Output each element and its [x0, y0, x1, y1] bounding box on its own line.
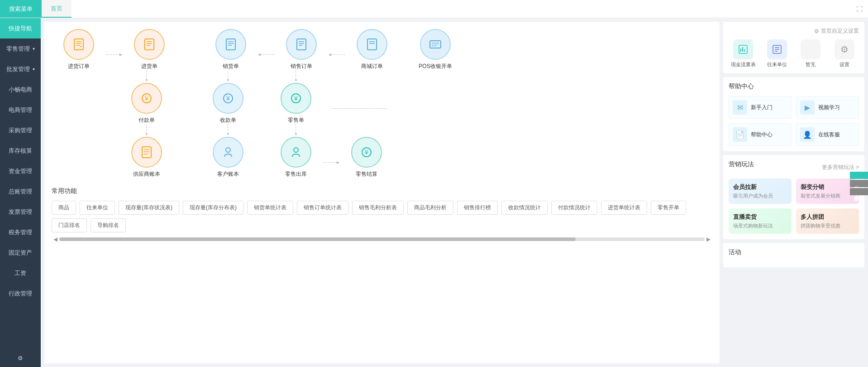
func-btn-sales-margin[interactable]: 销售毛利分析表 — [352, 201, 404, 215]
arrow-down-icon2: ▼ — [226, 78, 230, 82]
shortcuts-card: ⚙ 首页自定义设置 现金流量表 往来单位 — [723, 22, 864, 73]
common-functions-grid: 商品 往来单位 现存量(库存状况表) 现存量(库存分布表) 销货单统计表 销售订… — [52, 201, 712, 232]
shortcut-cashflow[interactable]: 现金流量表 — [729, 39, 758, 68]
func-btn-goods-margin[interactable]: 商品毛利分析 — [407, 201, 453, 215]
func-btn-store-rank[interactable]: 门店排名 — [52, 218, 87, 232]
wf-node-customer-book[interactable]: 客户账本 — [201, 137, 255, 178]
activity-card: 活动 — [723, 243, 864, 267]
wf-icon-purchase-order — [63, 29, 94, 60]
wf-node-purchase-order[interactable]: 进货订单 — [52, 29, 106, 70]
wf-node-supplier-book[interactable]: 供应商账本 — [119, 137, 174, 178]
help-online[interactable]: 👤 在线客服 — [796, 123, 859, 146]
wf-label-purchase-order: 进货订单 — [68, 63, 90, 70]
sidebar-item-inventory[interactable]: 库存核算 — [0, 140, 41, 161]
func-btn-stock-dist[interactable]: 现存量(库存分布表) — [183, 201, 243, 215]
arrow-down-icon4: ▼ — [145, 132, 148, 136]
marketing-more-btn[interactable]: 更多营销玩法 > — [822, 164, 859, 171]
sidebar-item-ecom-small[interactable]: 小畅电商 — [0, 79, 41, 100]
scroll-right-btn[interactable]: ▶ — [705, 236, 712, 242]
wf-node-receipt[interactable]: ¥ 收款单 — [201, 83, 255, 124]
sidebar-item-admin[interactable]: 行政管理 — [0, 283, 41, 304]
float-btn-desktop[interactable]: 桌面快捷 — [850, 188, 868, 195]
wf-node-retail-settle[interactable]: ¥ 零售结算 — [339, 137, 394, 178]
tab-home[interactable]: 首页 — [42, 0, 72, 18]
func-btn-partners[interactable]: 往来单位 — [80, 201, 115, 215]
wf-label-retail-settle: 零售结算 — [356, 170, 377, 178]
shortcut-empty[interactable]: 暂无 — [796, 39, 825, 68]
connector-h2: ◀ — [258, 49, 274, 60]
shortcut-settings-btn[interactable]: ⚙ 首页自定义设置 — [814, 27, 859, 35]
wf-node-mall-order[interactable]: 商城订单 — [345, 29, 399, 70]
v-connector-retail: ▼ — [269, 124, 323, 137]
float-btn-community[interactable]: 服务社区 — [850, 180, 868, 187]
marketing-live[interactable]: 直播卖货 场景式购物新玩法 — [729, 208, 792, 234]
func-btn-sales-rank[interactable]: 销售排行榜 — [457, 201, 498, 215]
func-btn-sales-order-stat[interactable]: 销售订单统计表 — [297, 201, 348, 215]
func-btn-stock-status[interactable]: 现存量(库存状况表) — [119, 201, 179, 215]
marketing-title: 营销玩法 — [729, 160, 754, 169]
connector-pos-retail — [332, 103, 386, 114]
sidebar-gear-btn[interactable]: ⚙ — [0, 349, 41, 367]
wf-node-sales[interactable]: 销货单 — [204, 29, 258, 70]
wf-node-purchase[interactable]: 进货单 — [122, 29, 176, 70]
shortcuts-header: ⚙ 首页自定义设置 — [729, 27, 859, 35]
func-btn-guide-rank[interactable]: 导购排名 — [91, 218, 126, 232]
wf-node-pos[interactable]: POS收银开单 — [408, 29, 463, 70]
shortcut-settings-item[interactable]: ⚙ 设置 — [830, 39, 859, 68]
wf-label-sales-order: 销售订单 — [291, 63, 312, 70]
svg-point-34 — [294, 148, 298, 152]
help-center-item[interactable]: 📄 帮助中心 — [729, 123, 792, 146]
wf-node-retail-outbound[interactable]: 零售出库 — [269, 137, 323, 178]
sidebar-item-tax[interactable]: 税务管理 — [0, 222, 41, 242]
arrow-down-icon6: ▼ — [294, 132, 298, 136]
shortcut-settings-label: 设置 — [839, 61, 849, 68]
wf-node-payment[interactable]: ¥ 付款单 — [119, 83, 174, 124]
shortcut-partners-label: 往来单位 — [767, 61, 787, 68]
svg-text:¥: ¥ — [294, 95, 298, 102]
sidebar-item-quick-nav[interactable]: 快捷导航 — [0, 18, 41, 39]
help-beginner-label: 新手入门 — [751, 104, 773, 111]
func-btn-retail-order[interactable]: 零售开单 — [651, 201, 686, 215]
shortcut-partners[interactable]: 往来单位 — [763, 39, 792, 68]
func-btn-goods[interactable]: 商品 — [52, 201, 76, 215]
marketing-group[interactable]: 多人拼团 拼团购物享受优惠 — [796, 208, 859, 234]
help-online-label: 在线客服 — [818, 131, 840, 139]
wf-label-retail-order: 零售单 — [288, 116, 304, 124]
help-beginner[interactable]: ✉ 新手入门 — [729, 96, 792, 119]
help-center-title: 帮助中心 — [729, 82, 859, 91]
marketing-member[interactable]: 会员拉新 吸引用户成为会员 — [729, 179, 792, 204]
sidebar-item-ecom-mgmt[interactable]: 电商管理 — [0, 100, 41, 120]
func-btn-payment-stat[interactable]: 付款情况统计 — [551, 201, 597, 215]
scroll-track[interactable] — [59, 237, 705, 241]
func-btn-purchase-stat[interactable]: 进货单统计表 — [601, 201, 647, 215]
sidebar-item-purchase[interactable]: 采购管理 — [0, 120, 41, 140]
wf-label-supplier-book: 供应商账本 — [133, 170, 160, 178]
sidebar-item-salary[interactable]: 工资 — [0, 263, 41, 283]
search-menu-btn[interactable]: 搜索菜单 — [0, 0, 42, 18]
wf-label-sales: 销货单 — [223, 63, 239, 70]
help-video-icon: ▶ — [800, 100, 815, 115]
func-btn-sales-stat[interactable]: 销货单统计表 — [247, 201, 293, 215]
sidebar-item-wholesale[interactable]: 批发管理 ▾ — [0, 59, 41, 79]
shortcut-empty-label: 暂无 — [806, 61, 816, 68]
sidebar-item-retail[interactable]: 零售管理 ▾ — [0, 39, 41, 59]
fullscreen-btn[interactable]: ⛶ — [851, 5, 868, 13]
help-video[interactable]: ▶ 视频学习 — [796, 96, 859, 119]
sidebar: 快捷导航 零售管理 ▾ 批发管理 ▾ 小畅电商 电商管理 采购管理 库存核算 资 — [0, 18, 41, 367]
wf-node-sales-order[interactable]: 销售订单 — [274, 29, 329, 70]
help-center-card: 帮助中心 ✉ 新手入门 ▶ 视频学习 📄 帮助中心 👤 — [723, 77, 864, 151]
sidebar-item-assets[interactable]: 固定资产 — [0, 242, 41, 263]
sidebar-item-finance[interactable]: 资金管理 — [0, 161, 41, 181]
wf-icon-retail-order: ¥ — [281, 83, 311, 114]
marketing-live-title: 直播卖货 — [733, 213, 787, 221]
wf-label-payment: 付款单 — [138, 116, 155, 124]
wf-node-retail-order[interactable]: ¥ 零售单 — [269, 83, 323, 124]
scroll-left-btn[interactable]: ◀ — [52, 236, 59, 242]
shortcut-partners-icon — [767, 39, 787, 59]
sidebar-item-ledger[interactable]: 总账管理 — [0, 181, 41, 202]
func-btn-receipt-stat[interactable]: 收款情况统计 — [501, 201, 548, 215]
wf-label-customer-book: 客户账本 — [217, 170, 239, 178]
activity-title: 活动 — [729, 248, 859, 256]
float-btn-service[interactable]: 客服热线 — [850, 172, 868, 179]
sidebar-item-invoice[interactable]: 发票管理 — [0, 202, 41, 222]
